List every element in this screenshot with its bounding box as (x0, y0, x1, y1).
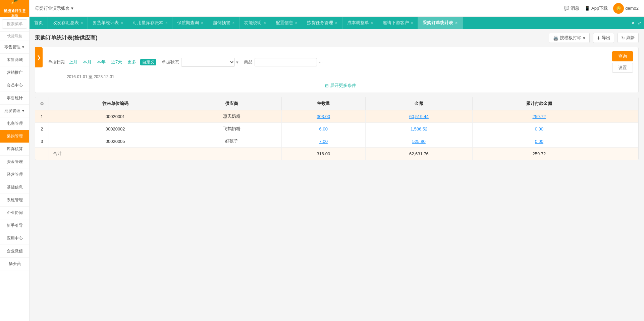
shortcut-this-year[interactable]: 本年 (96, 58, 107, 66)
sidebar-item-4[interactable]: 零售统计 (0, 92, 29, 105)
tab-item-0[interactable]: 首页 (30, 17, 48, 29)
tabs-container: 首页收发存汇总表×要货单统计表×可用量库存账本×保质期查询×超储预警×功能说明×… (30, 17, 631, 29)
cell-paid-0[interactable]: 259.72 (473, 110, 606, 123)
table-footer-row: 合计 316.00 62,631.76 259.72 (35, 148, 638, 160)
tab-item-2[interactable]: 要货单统计表× (88, 17, 128, 29)
topbar-right: 💬 消息 📱 App下载 😊 demo2 (564, 3, 639, 14)
tabs-close-icon[interactable]: ✕ (631, 20, 635, 25)
logo-sub: 标版 (4, 13, 26, 18)
cell-paid-2[interactable]: 0.00 (473, 135, 606, 148)
data-table: ⚙ 往来单位编码 供应商 主数量 金额 累计付款金额 100020001惠氏奶粉… (35, 97, 639, 160)
cell-amount-0[interactable]: 60,519.44 (365, 110, 473, 123)
table-row[interactable]: 300020005好孩子7.00525.800.00 (35, 135, 638, 148)
sidebar-item-8[interactable]: 库存核算 (0, 143, 29, 156)
sidebar-item-0[interactable]: 零售管理▼ (0, 41, 29, 54)
shortcut-7days[interactable]: 近7天 (110, 58, 123, 66)
sidebar-item-6[interactable]: 电商管理 (0, 117, 29, 130)
goods-more-icon[interactable]: ··· (319, 60, 323, 65)
query-btn[interactable]: 查询 (612, 51, 633, 61)
tab-close-1[interactable]: × (81, 21, 83, 25)
goods-input[interactable] (255, 58, 317, 66)
tab-close-9[interactable]: × (371, 21, 373, 25)
tab-close-10[interactable]: × (411, 21, 413, 25)
main-wrapper: 母婴行业演示账套 ▾ 💬 消息 📱 App下载 😊 demo2 首页收发存汇总表… (30, 0, 644, 321)
print-btn[interactable]: 🖨️ 按模板打印 ▾ (549, 33, 590, 43)
tab-close-8[interactable]: × (335, 21, 337, 25)
tab-close-5[interactable]: × (232, 21, 234, 25)
account-selector-arrow: ▾ (71, 6, 73, 11)
sidebar-item-12[interactable]: 系统管理 (0, 194, 29, 207)
shortcut-this-month[interactable]: 本月 (82, 58, 93, 66)
tab-close-4[interactable]: × (201, 21, 203, 25)
status-filter: 单据状态 ▾ (162, 58, 238, 67)
tabs-expand-icon[interactable]: ⤢ (638, 20, 641, 25)
cell-seq-0: 1 (35, 110, 49, 123)
sidebar-item-11[interactable]: 基础信息 (0, 181, 29, 194)
cell-qty-0[interactable]: 303.00 (281, 110, 365, 123)
tab-item-4[interactable]: 保质期查询× (172, 17, 208, 29)
tab-close-6[interactable]: × (264, 21, 266, 25)
col-settings: ⚙ (35, 97, 49, 110)
tab-close-7[interactable]: × (295, 21, 297, 25)
cell-supplier-0: 惠氏奶粉 (182, 110, 281, 123)
tab-close-11[interactable]: × (455, 21, 457, 25)
tab-item-11[interactable]: 采购订单统计表× (418, 17, 462, 29)
shortcut-last-month[interactable]: 上月 (67, 58, 79, 66)
cell-qty-1[interactable]: 6.00 (281, 123, 365, 135)
sidebar-item-7[interactable]: 采购管理 (0, 130, 29, 143)
sidebar-item-10[interactable]: 经营管理 (0, 168, 29, 181)
sidebar-item-17[interactable]: 畅会员 (0, 258, 29, 270)
account-selector[interactable]: 母婴行业演示账套 ▾ (35, 5, 73, 11)
filter-settings-btn[interactable]: 设置 (612, 63, 633, 73)
tab-item-3[interactable]: 可用量库存账本× (128, 17, 172, 29)
export-btn[interactable]: ⬇ 导出 (593, 33, 614, 43)
cell-supplier-1: 飞鹤奶粉 (182, 123, 281, 135)
footer-qty: 316.00 (281, 148, 365, 160)
sidebar-item-13[interactable]: 企业协同 (0, 207, 29, 219)
tab-close-2[interactable]: × (121, 21, 123, 25)
sidebar-item-quick-nav[interactable]: 快捷导航 (0, 32, 29, 41)
column-settings-icon[interactable]: ⚙ (40, 101, 44, 106)
status-select[interactable] (181, 58, 235, 67)
content-area: 采购订单统计表(按供应商) 🖨️ 按模板打印 ▾ ⬇ 导出 ↻ 刷新 ❯ (30, 29, 644, 321)
tab-item-6[interactable]: 功能说明× (239, 17, 271, 29)
tab-item-7[interactable]: 配置信息× (271, 17, 302, 29)
shortcut-more[interactable]: 更多 (126, 58, 138, 66)
custom-date-badge[interactable]: 自定义 (140, 59, 156, 65)
sidebar-item-arrow-0: ▼ (21, 45, 25, 49)
tab-item-5[interactable]: 超储预警× (208, 17, 239, 29)
tab-close-3[interactable]: × (165, 21, 167, 25)
cell-amount-2[interactable]: 525.80 (365, 135, 473, 148)
sidebar-item-16[interactable]: 企业微信 (0, 245, 29, 258)
sidebar-item-2[interactable]: 营销推广 (0, 66, 29, 79)
logo-icon: 🍊 (4, 0, 26, 8)
table-row[interactable]: 200020002飞鹤奶粉6.001,586.520.00 (35, 123, 638, 135)
tab-item-1[interactable]: 收发存汇总表× (48, 17, 88, 29)
tab-label-8: 拣货任务管理 (307, 20, 333, 26)
cell-qty-2[interactable]: 7.00 (281, 135, 365, 148)
sidebar-item-9[interactable]: 资金管理 (0, 156, 29, 168)
search-menu-btn[interactable]: 搜索菜单 (2, 19, 27, 29)
tab-item-10[interactable]: 邀请下游客户× (378, 17, 418, 29)
table-row[interactable]: 100020001惠氏奶粉303.0060,519.44259.72 (35, 110, 638, 123)
tab-item-9[interactable]: 成本调整单× (342, 17, 378, 29)
print-icon: 🖨️ (553, 36, 558, 41)
sidebar-item-14[interactable]: 新手引导 (0, 219, 29, 232)
footer-supplier-empty (182, 148, 281, 160)
expand-filter-btn[interactable]: ⊞ 展开更多条件 (325, 83, 356, 89)
refresh-btn[interactable]: ↻ 刷新 (618, 33, 639, 43)
cell-paid-1[interactable]: 0.00 (473, 123, 606, 135)
tab-label-11: 采购订单统计表 (423, 20, 453, 26)
sidebar-item-15[interactable]: 应用中心 (0, 232, 29, 245)
message-btn[interactable]: 💬 消息 (564, 5, 579, 11)
sidebar-item-5[interactable]: 批发管理▼ (0, 105, 29, 117)
col-qty: 主数量 (281, 97, 365, 110)
tab-item-8[interactable]: 拣货任务管理× (302, 17, 342, 29)
user-profile[interactable]: 😊 demo2 (613, 3, 639, 14)
sidebar-item-1[interactable]: 零售商城 (0, 54, 29, 66)
cell-code-0: 00020001 (49, 110, 182, 123)
cell-amount-1[interactable]: 1,586.52 (365, 123, 473, 135)
app-download-btn[interactable]: 📱 App下载 (585, 5, 608, 11)
sidebar-item-3[interactable]: 会员中心 (0, 79, 29, 92)
filter-toggle-btn[interactable]: ❯ (35, 47, 43, 67)
